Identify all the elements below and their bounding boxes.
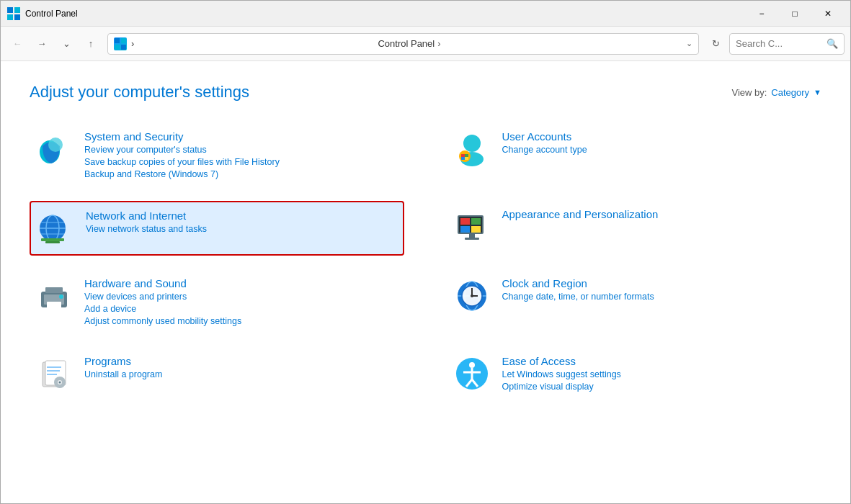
address-trailing-separator: ›: [437, 38, 440, 49]
viewby-label: View by:: [731, 87, 767, 98]
app-icon: [6, 6, 21, 21]
hardware-text: Hardware and Sound View devices and prin…: [84, 277, 241, 326]
hardware-icon: [35, 277, 73, 315]
search-input[interactable]: [736, 38, 824, 49]
svg-point-45: [471, 294, 473, 297]
appearance-icon: [453, 208, 491, 246]
window: Control Panel − □ ✕ ← → ⌄ ↑ › Control Pa…: [0, 0, 851, 504]
hardware-link-2[interactable]: Add a device: [84, 304, 241, 314]
svg-point-55: [469, 362, 475, 368]
svg-rect-50: [47, 374, 57, 375]
viewby-control: View by: Category ▼: [731, 87, 821, 98]
system-security-link-1[interactable]: Review your computer's status: [84, 145, 280, 155]
svg-rect-3: [14, 14, 20, 20]
svg-rect-6: [115, 45, 120, 50]
category-clock-region[interactable]: Clock and Region Change date, time, or n…: [447, 270, 822, 333]
user-accounts-text: User Accounts Change account type: [502, 130, 587, 155]
hardware-name[interactable]: Hardware and Sound: [84, 277, 241, 289]
network-link-1[interactable]: View network status and tasks: [86, 224, 207, 234]
search-box[interactable]: 🔍: [729, 33, 845, 55]
categories-grid: System and Security Review your computer…: [30, 123, 821, 400]
system-security-text: System and Security Review your computer…: [84, 130, 280, 179]
system-security-link-2[interactable]: Save backup copies of your files with Fi…: [84, 157, 280, 167]
category-hardware-sound[interactable]: Hardware and Sound View devices and prin…: [30, 270, 404, 333]
ease-access-link-1[interactable]: Let Windows suggest settings: [502, 369, 621, 379]
svg-rect-0: [7, 7, 13, 13]
programs-link-1[interactable]: Uninstall a program: [84, 369, 162, 379]
forward-button[interactable]: →: [31, 33, 53, 55]
maximize-button[interactable]: □: [778, 1, 811, 27]
content-header: Adjust your computer's settings View by:…: [30, 83, 821, 102]
category-user-accounts[interactable]: User Accounts Change account type: [447, 123, 822, 186]
svg-rect-32: [469, 234, 475, 238]
up-button[interactable]: ↑: [80, 33, 102, 55]
category-programs[interactable]: Programs Uninstall a program: [30, 348, 404, 400]
viewby-dropdown-icon[interactable]: ▼: [814, 88, 821, 96]
svg-rect-29: [471, 218, 481, 225]
close-button[interactable]: ✕: [811, 1, 845, 27]
category-system-security[interactable]: System and Security Review your computer…: [30, 123, 404, 186]
network-text: Network and Internet View network status…: [86, 210, 207, 234]
programs-name[interactable]: Programs: [84, 355, 162, 367]
user-accounts-link-1[interactable]: Change account type: [502, 145, 587, 155]
system-security-link-3[interactable]: Backup and Restore (Windows 7): [84, 169, 280, 179]
svg-rect-31: [471, 226, 481, 233]
svg-rect-15: [461, 154, 465, 157]
address-path: Control Panel: [378, 38, 435, 49]
recent-locations-button[interactable]: ⌄: [55, 33, 77, 55]
svg-point-9: [48, 138, 63, 152]
svg-rect-49: [47, 370, 60, 372]
window-title: Control Panel: [25, 9, 745, 19]
svg-rect-18: [465, 157, 468, 160]
category-appearance[interactable]: Appearance and Personalization: [447, 201, 822, 256]
system-security-name[interactable]: System and Security: [84, 130, 280, 143]
ease-access-icon: [453, 355, 491, 392]
svg-rect-7: [121, 45, 126, 50]
user-accounts-name[interactable]: User Accounts: [502, 130, 587, 143]
svg-rect-1: [14, 7, 20, 13]
svg-point-53: [59, 382, 61, 384]
category-ease-access[interactable]: Ease of Access Let Windows suggest setti…: [447, 348, 822, 400]
page-title: Adjust your computer's settings: [30, 83, 249, 102]
search-icon: 🔍: [827, 38, 838, 49]
clock-text: Clock and Region Change date, time, or n…: [502, 277, 654, 302]
ease-access-link-2[interactable]: Optimize visual display: [502, 382, 621, 392]
titlebar: Control Panel − □ ✕: [1, 1, 850, 27]
refresh-button[interactable]: ↻: [705, 33, 726, 55]
svg-rect-24: [41, 238, 64, 241]
address-bar[interactable]: › Control Panel › ⌄: [107, 33, 699, 55]
minimize-button[interactable]: −: [745, 1, 778, 27]
category-network-internet[interactable]: Network and Internet View network status…: [30, 201, 404, 256]
clock-name[interactable]: Clock and Region: [502, 277, 654, 289]
hardware-link-3[interactable]: Adjust commonly used mobility settings: [84, 316, 241, 326]
clock-link-1[interactable]: Change date, time, or number formats: [502, 292, 654, 302]
appearance-text: Appearance and Personalization: [502, 208, 659, 220]
svg-point-10: [463, 135, 481, 152]
svg-rect-33: [465, 238, 479, 240]
svg-rect-37: [47, 302, 61, 309]
hardware-link-1[interactable]: View devices and printers: [84, 292, 241, 302]
address-separator: ›: [131, 38, 373, 49]
network-name[interactable]: Network and Internet: [86, 210, 207, 222]
appearance-name[interactable]: Appearance and Personalization: [502, 208, 659, 220]
svg-point-38: [59, 294, 63, 299]
svg-rect-25: [45, 241, 60, 243]
user-accounts-icon: [453, 130, 491, 168]
back-button[interactable]: ←: [6, 33, 28, 55]
svg-rect-36: [45, 287, 63, 293]
svg-rect-2: [7, 14, 13, 20]
ease-access-name[interactable]: Ease of Access: [502, 355, 621, 367]
svg-rect-28: [460, 218, 470, 225]
svg-rect-4: [115, 38, 120, 43]
svg-rect-48: [47, 366, 61, 368]
svg-rect-17: [461, 157, 465, 160]
viewby-value[interactable]: Category: [771, 87, 809, 98]
content-area: Adjust your computer's settings View by:…: [1, 61, 850, 503]
address-dropdown-icon[interactable]: ⌄: [686, 39, 692, 48]
programs-icon: [35, 355, 73, 392]
svg-rect-30: [460, 226, 470, 233]
svg-rect-16: [465, 154, 468, 157]
address-icon: [114, 37, 127, 50]
ease-access-text: Ease of Access Let Windows suggest setti…: [502, 355, 621, 392]
programs-text: Programs Uninstall a program: [84, 355, 162, 379]
